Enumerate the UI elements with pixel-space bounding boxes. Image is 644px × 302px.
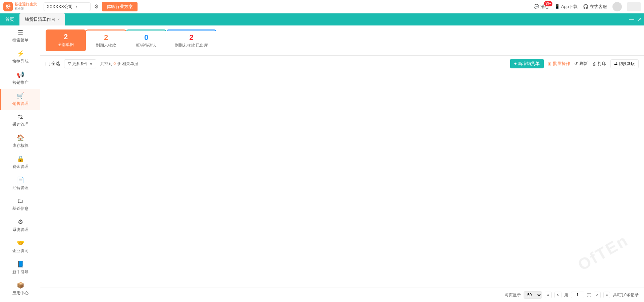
sidebar-label-sales: 销售管理 xyxy=(12,101,29,107)
prev-page-button[interactable]: < xyxy=(554,292,561,298)
sidebar-label-base-info: 基础信息 xyxy=(12,206,29,212)
company-name: XXXXXX公司 xyxy=(47,4,73,10)
stat-label-overdue: 到期未收款 xyxy=(96,43,116,48)
message-button[interactable]: 💬 消息 99 xyxy=(534,4,549,10)
sidebar-item-quick-nav[interactable]: ⚡ 快捷导航 xyxy=(0,47,40,68)
app-center-icon: 📦 xyxy=(17,282,24,289)
logo: 好 畅捷通好生意 标准版 xyxy=(3,2,44,11)
found-prefix: 共找到 xyxy=(100,61,112,66)
company-selector[interactable]: XXXXXX公司 ▼ xyxy=(44,2,91,11)
enterprise-icon: 🤝 xyxy=(17,239,24,247)
gear-icon[interactable]: ⚙ xyxy=(94,3,99,10)
sidebar-item-base-info[interactable]: 🗂 基础信息 xyxy=(0,194,40,215)
marketing-icon: 📢 xyxy=(17,71,24,78)
logo-text: 畅捷通好生意 xyxy=(15,2,37,6)
stat-card-all[interactable]: 2 全部单据 xyxy=(46,29,86,51)
batch-label: 批量操作 xyxy=(553,61,570,67)
new-sales-order-button[interactable]: + 新增销货单 xyxy=(510,59,544,68)
message-badge: 99 xyxy=(544,1,552,6)
sidebar-item-app-center[interactable]: 📦 应用中心 xyxy=(0,278,40,299)
sidebar-label-operation: 经营管理 xyxy=(12,185,29,191)
sidebar-item-marketing[interactable]: 📢 营销推广 xyxy=(0,68,40,89)
last-page-button[interactable]: » xyxy=(603,292,610,298)
nav-tabs: 首页 钱货日清工作台 × — ⤢ xyxy=(0,13,644,25)
next-page-button[interactable]: > xyxy=(594,292,601,298)
first-page-button[interactable]: « xyxy=(545,292,552,298)
online-service-button[interactable]: 🎧 在线客服 xyxy=(583,4,607,10)
sidebar-item-sales-mgmt[interactable]: 🛒 销售管理 xyxy=(0,89,40,110)
total-pages-text: 共0页,0条记录 xyxy=(613,292,639,298)
app-download-icon: 📱 xyxy=(554,4,560,9)
maximize-tab-button[interactable]: ⤢ xyxy=(637,16,641,23)
user-name-display xyxy=(627,2,641,11)
logo-icon: 好 xyxy=(3,2,13,11)
app-download-button[interactable]: 📱 App下载 xyxy=(554,4,578,10)
sys-mgmt-icon: ⚙ xyxy=(18,218,23,226)
active-tab-label: 钱货日清工作台 xyxy=(25,16,55,22)
pagination: 每页显示 50 10 20 100 « < 第 页 > » 共0页,0条记录 xyxy=(40,288,644,302)
found-count: 0 xyxy=(113,61,116,66)
found-unit: 条 xyxy=(117,61,121,66)
sidebar-item-search-menu[interactable]: ☰ 搜索菜单 xyxy=(0,25,40,47)
inventory-icon: 🏠 xyxy=(17,134,24,141)
sidebar-label-search-menu: 搜索菜单 xyxy=(12,38,29,43)
stats-bar: 2 全部单据 2 到期未收款 0 旺铺待确认 2 到期未收款 已出库 xyxy=(40,25,644,56)
stat-label-pending: 旺铺待确认 xyxy=(136,43,156,48)
refresh-button[interactable]: ↺ 刷新 xyxy=(574,61,588,67)
sidebar-label-quick-nav: 快捷导航 xyxy=(12,59,29,64)
minimize-tab-button[interactable]: — xyxy=(629,16,634,22)
sidebar-label-finance: 资金管理 xyxy=(12,164,29,170)
tab-home[interactable]: 首页 xyxy=(0,13,19,25)
message-icon: 💬 xyxy=(534,4,539,9)
stat-number-overdue-shipped: 2 xyxy=(190,33,194,42)
sidebar-item-operation[interactable]: 📄 经营管理 xyxy=(0,173,40,194)
main-content: 2 全部单据 2 到期未收款 0 旺铺待确认 2 到期未收款 已出库 全选 xyxy=(40,25,644,302)
batch-icon: ⊞ xyxy=(548,61,551,66)
sidebar: ☰ 搜索菜单 ⚡ 快捷导航 📢 营销推广 🛒 销售管理 🛍 采购管理 🏠 库存核… xyxy=(0,25,40,302)
sidebar-item-enterprise[interactable]: 🤝 企业协同 xyxy=(0,236,40,257)
stat-card-pending[interactable]: 0 旺铺待确认 xyxy=(126,29,166,51)
close-tab-icon[interactable]: × xyxy=(57,17,60,22)
sidebar-item-newbie[interactable]: 📘 新手引导 xyxy=(0,257,40,278)
logo-text-group: 畅捷通好生意 标准版 xyxy=(15,2,37,11)
select-all-input[interactable] xyxy=(46,62,50,66)
sidebar-item-finance[interactable]: 🔒 资金管理 xyxy=(0,152,40,173)
nav-tabs-actions: — ⤢ xyxy=(629,16,644,23)
select-all-checkbox[interactable]: 全选 xyxy=(46,61,60,67)
stat-label-all: 全部单据 xyxy=(58,42,74,48)
stat-number-overdue: 2 xyxy=(104,33,108,42)
quick-nav-icon: ⚡ xyxy=(17,50,24,57)
base-info-icon: 🗂 xyxy=(17,197,23,204)
sidebar-item-sys-mgmt[interactable]: ⚙ 系统管理 xyxy=(0,215,40,236)
sidebar-item-wechat[interactable]: 💬 企业微信 xyxy=(0,299,40,302)
found-suffix: 相关单据 xyxy=(122,61,138,66)
table-area xyxy=(40,72,644,288)
page-number-input[interactable] xyxy=(571,292,584,298)
sidebar-label-app-center: 应用中心 xyxy=(12,290,29,296)
sales-icon: 🛒 xyxy=(17,92,24,100)
sidebar-item-purchase-mgmt[interactable]: 🛍 采购管理 xyxy=(0,110,40,131)
print-button[interactable]: 🖨 打印 xyxy=(592,61,606,67)
tab-cashflow-workbench[interactable]: 钱货日清工作台 × xyxy=(19,13,65,25)
found-text: 共找到 0 条 相关单据 xyxy=(100,61,138,67)
stat-card-overdue[interactable]: 2 到期未收款 xyxy=(86,29,126,51)
filter-icon: ▽ xyxy=(68,61,71,66)
refresh-label: 刷新 xyxy=(579,61,588,67)
sidebar-item-inventory[interactable]: 🏠 库存核算 xyxy=(0,131,40,152)
switch-version-button[interactable]: ⇄ 切换新版 xyxy=(610,59,639,68)
batch-ops-button[interactable]: ⊞ 批量操作 xyxy=(548,61,570,67)
operation-icon: 📄 xyxy=(17,176,24,184)
per-page-select[interactable]: 50 10 20 100 xyxy=(524,291,542,299)
filter-button[interactable]: ▽ 更多条件 ∨ xyxy=(64,59,96,68)
sidebar-label-purchase: 采购管理 xyxy=(12,122,29,127)
select-all-label: 全选 xyxy=(51,61,60,67)
sidebar-label-enterprise: 企业协同 xyxy=(12,248,29,254)
stat-card-overdue-shipped[interactable]: 2 到期未收款 已出库 xyxy=(166,29,216,51)
stat-number-pending: 0 xyxy=(144,33,148,42)
chevron-down-icon: ▼ xyxy=(75,5,78,8)
home-tab-label: 首页 xyxy=(5,16,14,22)
per-page-label: 每页显示 xyxy=(505,292,521,298)
toolbar: 全选 ▽ 更多条件 ∨ 共找到 0 条 相关单据 + 新增销货单 ⊞ 批量操作 xyxy=(40,56,644,72)
avatar[interactable] xyxy=(612,2,622,11)
trial-button[interactable]: 体验行业方案 xyxy=(102,2,138,11)
